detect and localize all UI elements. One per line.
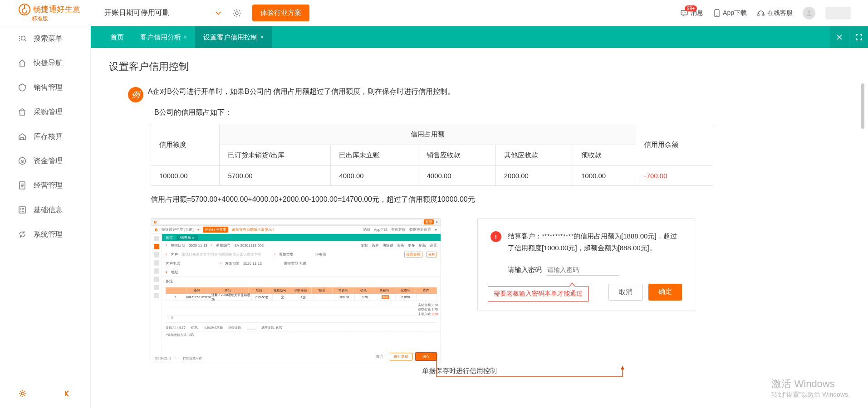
brand-edition: 标准版 bbox=[32, 15, 48, 23]
shot-logo-icon: ◐ bbox=[155, 228, 158, 232]
sidebar-item-label: 采购管理 bbox=[34, 107, 63, 117]
sidebar-item-label: 经营管理 bbox=[34, 181, 63, 190]
tab-label: 设置客户信用控制 bbox=[203, 33, 258, 42]
th-credit-occupied-group: 信用占用额 bbox=[220, 124, 636, 145]
sidebar-item-business[interactable]: 经营管理 bbox=[0, 173, 90, 198]
shot-th: 优惠% bbox=[395, 287, 416, 294]
shot-discard-btn: 放弃 bbox=[373, 353, 387, 360]
th-col5: 预收款 bbox=[573, 145, 636, 166]
shot-url-bar bbox=[159, 220, 422, 224]
shot-tab: 销售单 × bbox=[177, 235, 198, 240]
svg-point-11 bbox=[21, 36, 25, 40]
shot-avatar-icon: ● bbox=[435, 228, 437, 232]
shot-td: 注释：2020活动关节促销活动 bbox=[211, 294, 252, 301]
td-c3: 4000.00 bbox=[418, 166, 495, 186]
experience-industry-button[interactable]: 体验行业方案 bbox=[252, 5, 309, 21]
sidebar-item-search[interactable]: 搜索菜单 bbox=[0, 26, 90, 51]
sidebar-item-basicinfo[interactable]: 基础信息 bbox=[0, 198, 90, 222]
th-col2: 已出库未立账 bbox=[331, 145, 418, 166]
shot-td: 0.00% bbox=[396, 294, 416, 301]
user-name-placeholder[interactable] bbox=[825, 7, 851, 19]
svg-point-5 bbox=[685, 12, 686, 13]
shot-summary-item: 成交金额: 9.70 bbox=[261, 325, 282, 330]
th-credit-limit: 信用额度 bbox=[151, 124, 220, 166]
sidebar-item-purchase[interactable]: 采购管理 bbox=[0, 100, 90, 124]
page-title: 设置客户信用控制 bbox=[91, 48, 868, 83]
close-icon[interactable]: × bbox=[184, 34, 187, 40]
td-c1: 5700.00 bbox=[220, 166, 331, 186]
shot-footer-info: 打印预览不存 bbox=[183, 356, 202, 361]
tab-home[interactable]: 首页 bbox=[102, 26, 132, 48]
shot-td: 1盒 bbox=[293, 294, 314, 301]
cancel-button[interactable]: 取消 bbox=[608, 284, 643, 301]
th-credit-balance: 信用用余额 bbox=[636, 124, 713, 166]
shot-td: 9.70 bbox=[355, 294, 375, 301]
shot-summary-item: 元后总优惠额 bbox=[204, 325, 223, 330]
settings-icon[interactable] bbox=[18, 389, 27, 398]
shot-td: 售录 bbox=[382, 295, 389, 299]
sidebar-item-system[interactable]: 系统管理 bbox=[0, 222, 90, 247]
tabs-bar: 首页 客户信用分析× 设置客户信用控制× bbox=[91, 26, 868, 48]
shot-top-link: 在线客服 bbox=[391, 227, 406, 232]
shot-th: *单价% bbox=[333, 287, 353, 294]
app-download-label: App下载 bbox=[723, 9, 747, 17]
example-badge-icon: 例 bbox=[128, 87, 143, 102]
document-icon bbox=[17, 180, 27, 190]
shot-th: 价税 bbox=[353, 287, 374, 294]
account-selector[interactable]: 开账日期可停用可删 bbox=[104, 8, 221, 18]
sidebar-item-quicknav[interactable]: 快捷导航 bbox=[0, 51, 90, 75]
shot-summary-item: 优惠: bbox=[191, 325, 198, 330]
shot-th: 售价% bbox=[374, 287, 395, 294]
fullscreen-button[interactable] bbox=[849, 26, 868, 48]
caption-below: 单据保存时进行信用控制 bbox=[314, 367, 604, 375]
confirm-button[interactable]: 确定 bbox=[648, 284, 682, 301]
password-input[interactable] bbox=[546, 264, 619, 276]
sidebar-item-label: 快捷导航 bbox=[34, 58, 63, 68]
app-download-link[interactable]: App下载 bbox=[713, 9, 747, 17]
svg-rect-8 bbox=[758, 14, 759, 16]
td-balance: -700.00 bbox=[636, 166, 713, 186]
shot-top-link: 数据更新设置 bbox=[409, 227, 431, 232]
chevron-down-icon bbox=[215, 10, 221, 16]
table-row: 10000.00 5700.00 4000.00 4000.00 2000.00… bbox=[151, 166, 713, 186]
shot-link: 历史 bbox=[372, 243, 379, 248]
sales-order-screenshot: ◐ 更新 ● ◐ 畅捷通好生意 [大纲] ▾ 开始行业方案 请按安可自助后正常显… bbox=[151, 218, 441, 363]
formula-line: 信用占用额=5700.00+4000.00+4000.00+2000.00-10… bbox=[151, 195, 852, 204]
list-icon bbox=[17, 205, 27, 215]
shot-pill: 分析 bbox=[426, 252, 437, 257]
settings-gear-icon[interactable] bbox=[232, 9, 241, 18]
close-all-tabs-button[interactable] bbox=[830, 26, 849, 48]
shot-label: 发货期限 bbox=[225, 261, 240, 266]
shot-avatar-icon: ● bbox=[436, 220, 438, 224]
collapse-sidebar-icon[interactable] bbox=[63, 389, 72, 398]
messages-badge: 99+ bbox=[685, 5, 697, 11]
coin-icon bbox=[17, 156, 27, 166]
close-icon[interactable]: × bbox=[260, 34, 264, 40]
shot-th bbox=[166, 287, 186, 294]
tab-credit-analysis[interactable]: 客户信用分析× bbox=[132, 26, 195, 48]
shot-link: 复制 bbox=[361, 243, 368, 248]
shot-value: 2020-11-13 bbox=[243, 262, 262, 266]
shot-footer-info: 商品种类: 1 bbox=[155, 356, 171, 361]
sidebar-item-sales[interactable]: 销售管理 bbox=[0, 75, 90, 100]
th-col3: 销售应收款 bbox=[418, 145, 495, 166]
content-wrap: 设置客户信用控制 例 A企对B公司进行开单时，如果B公司的 信用占用额超过了信用… bbox=[91, 48, 868, 408]
avatar[interactable] bbox=[803, 7, 815, 19]
shot-link: 更多 bbox=[408, 243, 415, 248]
shot-link: 刷新 bbox=[419, 243, 426, 248]
scrollbar-handle[interactable] bbox=[861, 83, 864, 129]
example-text: A企对B公司进行开单时，如果B公司的 信用占用额超过了信用额度，则在保存时进行信… bbox=[148, 87, 455, 95]
shot-label: 单据日期 bbox=[171, 243, 185, 248]
sidebar: 搜索菜单 快捷导航 销售管理 采购管理 库存核算 资金管理 经营管理 基础信息 bbox=[0, 26, 91, 408]
search-icon bbox=[17, 34, 27, 44]
topbar-center: 开账日期可停用可删 体验行业方案 bbox=[91, 5, 680, 21]
shot-label: 单据编号 bbox=[216, 243, 230, 248]
online-service-link[interactable]: 在线客服 bbox=[757, 9, 793, 17]
warehouse-icon bbox=[17, 131, 27, 141]
shot-label: 地址 bbox=[171, 270, 178, 275]
sidebar-item-funds[interactable]: 资金管理 bbox=[0, 149, 90, 173]
messages-link[interactable]: 消息 99+ bbox=[680, 9, 703, 17]
sidebar-item-inventory[interactable]: 库存核算 bbox=[0, 124, 90, 149]
sidebar-footer bbox=[0, 389, 90, 408]
tab-credit-control-settings[interactable]: 设置客户信用控制× bbox=[195, 26, 272, 48]
